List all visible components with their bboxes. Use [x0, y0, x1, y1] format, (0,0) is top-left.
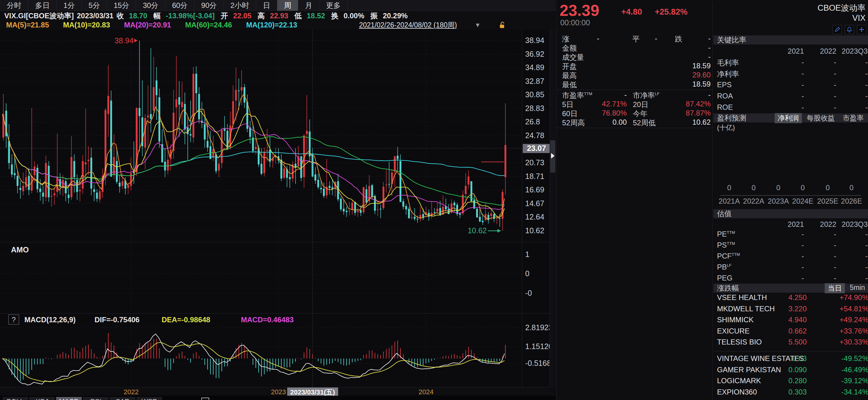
- movers-tab-5min[interactable]: 5min: [847, 283, 868, 293]
- period-tab-分时[interactable]: 分时: [0, 0, 28, 11]
- period-tab-1分[interactable]: 1分: [57, 0, 82, 11]
- row-label-PB: PBLF: [717, 263, 732, 271]
- value-dash: -: [849, 58, 868, 66]
- macd-axis-label: 1.15120: [525, 342, 553, 351]
- gainer-row[interactable]: EXICURE0.662+33.76%: [713, 326, 868, 337]
- movers-header: 涨跌幅当日5min: [713, 284, 868, 293]
- period-tab-2小时[interactable]: 2小时: [224, 0, 256, 11]
- period-tab-60分[interactable]: 60分: [165, 0, 194, 11]
- chevron-right-icon: [551, 153, 555, 159]
- forecast-tab-净利润[interactable]: 净利润: [775, 113, 802, 123]
- edit-pencil-icon[interactable]: [833, 25, 842, 34]
- mover-change: +30.33%: [840, 338, 868, 346]
- value-dash: -: [849, 80, 868, 89]
- lock-open-icon[interactable]: [498, 21, 506, 29]
- loser-row[interactable]: NUZEE INC0.060-33.48%: [713, 398, 868, 400]
- value-dash: -: [849, 252, 868, 260]
- gainer-row[interactable]: SHIMMICK4.940+49.24%: [713, 314, 868, 325]
- indicator-tab-BOLL[interactable]: BOLL: [2, 397, 28, 400]
- instrument-code: VIX: [852, 13, 866, 23]
- macd-line: [2, 342, 504, 381]
- indicator-tab-WSR[interactable]: WSR: [136, 397, 162, 400]
- forecast-tab-每股收益[interactable]: 每股收益: [804, 113, 838, 123]
- date-range-text[interactable]: 2021/02/26-2024/08/02 (180周): [359, 21, 457, 30]
- value-dash: -: [786, 103, 804, 111]
- loser-row[interactable]: LOGICMARK0.280-39.12%: [713, 375, 868, 386]
- period-tab-更多[interactable]: 更多: [319, 0, 348, 11]
- value-dash: -: [786, 80, 804, 89]
- period-tab-日[interactable]: 日: [256, 0, 277, 11]
- forecast-year-2023A: 2023A: [766, 197, 790, 205]
- value-dash: -: [818, 230, 836, 238]
- period-tab-多日[interactable]: 多日: [28, 0, 57, 11]
- gainer-row[interactable]: VSEE HEALTH4.250+74.90%: [713, 292, 868, 303]
- add-plus-icon[interactable]: [857, 25, 866, 34]
- mover-price: 3.220: [768, 305, 807, 313]
- price-axis-label: 10.62: [525, 226, 545, 235]
- price-axis-label: 18.71: [525, 172, 545, 180]
- value-dash: -: [786, 263, 804, 271]
- chevron-down-icon[interactable]: ▼: [474, 22, 480, 29]
- period-tab-15分[interactable]: 15分: [107, 0, 136, 11]
- price-axis-label: 26.8: [525, 118, 540, 126]
- indicator-tab-RSI[interactable]: RSI: [83, 397, 108, 400]
- ma-item: MA(5)=21.85: [6, 21, 49, 29]
- price-change: +4.80: [621, 7, 642, 17]
- mover-name: TELESIS BIO: [717, 338, 762, 346]
- alert-bell-icon[interactable]: [845, 25, 854, 34]
- indicator-tab-KDJ[interactable]: KDJ: [29, 397, 55, 400]
- time-axis: 2023/03/31(五) 202220232024: [0, 388, 556, 395]
- price-change-percent: +25.82%: [655, 7, 687, 17]
- forecast-baseline: [720, 195, 861, 196]
- candlestick-macd-chart[interactable]: 38.9436.9234.8932.8730.8528.8326.824.782…: [0, 30, 556, 388]
- indicator-tab-SAR[interactable]: SAR: [110, 397, 135, 400]
- low-annotation: 10.62: [468, 226, 487, 235]
- ma-item: MA(10)=20.83: [63, 21, 110, 29]
- collapse-panel-handle[interactable]: [550, 140, 555, 173]
- stats-row: 成交量-: [557, 53, 713, 62]
- loser-row[interactable]: VINTAGE WINE ESTATES0.03-49.52%: [713, 353, 868, 364]
- stats-row: 开盘18.59: [557, 62, 713, 71]
- indicator-tab-MACD[interactable]: MACD: [56, 397, 82, 400]
- period-tab-5分[interactable]: 5分: [82, 0, 107, 11]
- value-dash: -: [786, 241, 804, 249]
- hover-price-tag: 23.07: [527, 144, 546, 153]
- forecast-label: 盈利预测: [717, 113, 746, 123]
- price-axis-label: 32.87: [525, 77, 545, 86]
- value-dash: -: [818, 80, 836, 89]
- loser-row[interactable]: GAMER PAKISTAN0.090-46.49%: [713, 364, 868, 375]
- stats-divider: [557, 128, 713, 128]
- period-tab-30分[interactable]: 30分: [136, 0, 165, 11]
- forecast-year-2022A: 2022A: [741, 197, 766, 205]
- loser-row[interactable]: EXPION3600.303-34.14%: [713, 387, 868, 398]
- gainer-row[interactable]: TELESIS BIO5.500+30.33%: [713, 337, 868, 347]
- row-label-PCF: PCFTTM: [717, 252, 740, 260]
- movers-tab-当日[interactable]: 当日: [825, 283, 845, 293]
- indicator-tab-bar[interactable]: BOLLKDJMACDRSISARWSR: [0, 396, 556, 400]
- movers-label: 涨跌幅: [717, 283, 739, 293]
- row-label-PS: PSTTM: [717, 241, 735, 249]
- forecast-tab-市盈率[interactable]: 市盈率: [840, 113, 867, 123]
- price-axis-label: 14.67: [525, 199, 545, 208]
- year-label-2023: 2023: [271, 388, 286, 396]
- price-axis-label: 16.69: [525, 186, 545, 194]
- indicator-settings-icon[interactable]: [201, 398, 209, 400]
- forecast-year-2024E: 2024E: [790, 197, 815, 205]
- value-dash: -: [849, 92, 868, 100]
- gainer-row[interactable]: MKDWELL TECH3.220+54.81%: [713, 303, 868, 314]
- mover-name: NUZEE INC: [717, 399, 756, 400]
- field-幅: 幅 -13.98%[-3.04]: [153, 11, 218, 21]
- mover-change: -33.48%: [841, 399, 868, 400]
- ma-legend: MA(5)=21.85MA(10)=20.83MA(20)=20.91MA(60…: [0, 21, 556, 30]
- row-label-PEG: PEG: [717, 274, 733, 282]
- main-chart[interactable]: 38.9436.9234.8932.8730.8528.8326.824.782…: [0, 30, 556, 388]
- period-tab-周[interactable]: 周: [277, 0, 298, 11]
- movers-divider: [713, 351, 868, 352]
- period-tab-90分[interactable]: 90分: [194, 0, 224, 11]
- ma-line: [2, 95, 504, 219]
- period-tab-月[interactable]: 月: [298, 0, 319, 11]
- forecast-value-2022A: 0: [744, 184, 763, 192]
- date-range-selector[interactable]: 2021/02/26-2024/08/02 (180周) ▼: [359, 21, 506, 30]
- ma-item: MA(120)=22.13: [246, 21, 297, 29]
- forecast-tabs: 净利润每股收益市盈率: [773, 113, 867, 123]
